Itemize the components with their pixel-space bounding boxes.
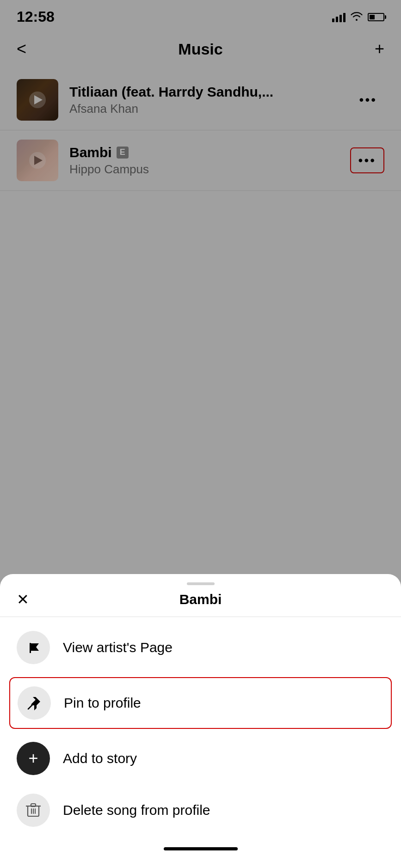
menu-item-pin-to-profile[interactable]: Pin to profile bbox=[9, 677, 392, 729]
sheet-handle bbox=[0, 574, 401, 592]
menu-label-pin-to-profile: Pin to profile bbox=[64, 695, 141, 711]
home-bar bbox=[164, 847, 238, 850]
sheet-header: ✕ Bambi bbox=[0, 592, 401, 617]
close-button[interactable]: ✕ bbox=[17, 591, 29, 608]
menu-item-delete-song[interactable]: Delete song from profile bbox=[0, 784, 401, 836]
menu-label-add-to-story: Add to story bbox=[63, 751, 137, 766]
plus-circle-icon: + bbox=[17, 742, 50, 775]
sheet-menu: View artist's Page Pin to profile + Add … bbox=[0, 617, 401, 841]
sheet-title: Bambi bbox=[179, 592, 222, 607]
plus-icon: + bbox=[28, 749, 38, 768]
flag-icon bbox=[17, 631, 50, 664]
svg-line-1 bbox=[28, 705, 32, 709]
pin-icon bbox=[18, 686, 51, 720]
menu-item-add-to-story[interactable]: + Add to story bbox=[0, 733, 401, 784]
handle-bar bbox=[187, 582, 215, 585]
menu-item-view-artist[interactable]: View artist's Page bbox=[0, 622, 401, 673]
bottom-sheet: ✕ Bambi View artist's Page Pin to profil… bbox=[0, 574, 401, 868]
menu-label-delete-song: Delete song from profile bbox=[63, 802, 210, 818]
menu-label-view-artist: View artist's Page bbox=[63, 640, 173, 655]
home-indicator bbox=[0, 841, 401, 854]
trash-icon bbox=[17, 794, 50, 827]
svg-rect-0 bbox=[30, 643, 31, 653]
